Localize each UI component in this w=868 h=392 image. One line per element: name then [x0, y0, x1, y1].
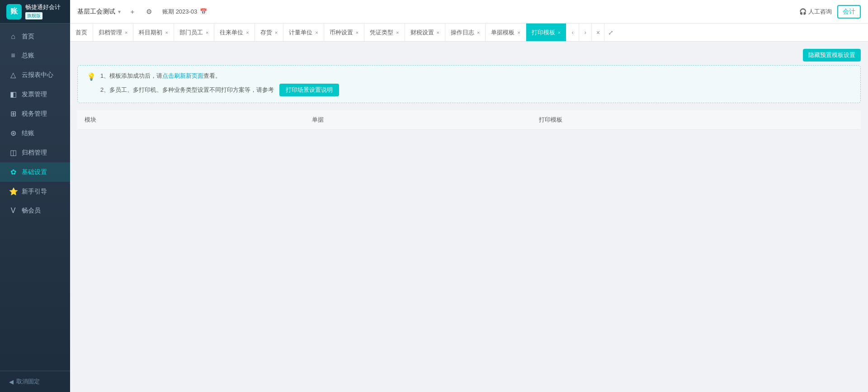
notice-row-2: 💡 2、多员工、多打印机、多种业务类型设置不同打印方案等，请参考 打印场景设置说…	[87, 84, 851, 96]
tab-tax-settings-label: 财税设置	[410, 28, 434, 37]
sidebar-item-invoice[interactable]: ◧ 发票管理	[0, 85, 70, 104]
ledger-icon: ≡	[9, 52, 17, 60]
period-display: 账期 2023-03 📅	[162, 8, 207, 16]
table-header: 模块 单据 打印模板	[77, 110, 861, 130]
tab-inventory-close[interactable]: ×	[275, 30, 278, 35]
unpin-button[interactable]: ◀ 取消固定	[0, 371, 70, 392]
topbar: 基层工会测试 ▾ + ⚙ 账期 2023-03 📅 🎧 人工咨询 会计	[70, 0, 868, 24]
col-voucher: 单据	[305, 110, 532, 130]
topbar-right: 🎧 人工咨询 会计	[799, 5, 861, 19]
notice-refresh-link[interactable]: 点击刷新新页面	[162, 72, 203, 79]
main-content: 隐藏预置模板设置 💡 1、模板添加成功后，请点击刷新新页面查看。 💡 2、多员工…	[70, 42, 868, 392]
tab-op-log-label: 操作日志	[451, 28, 474, 37]
template-table: 模块 单据 打印模板	[77, 110, 861, 130]
sidebar-label-invoice: 发票管理	[22, 90, 47, 99]
notice-line1-prefix: 1、模板添加成功后，请	[100, 72, 162, 79]
hide-btn-row: 隐藏预置模板设置	[77, 49, 861, 65]
guide-icon: ⭐	[9, 187, 17, 196]
tab-op-log-close[interactable]: ×	[477, 30, 480, 35]
tab-subjects-label: 科目期初	[139, 28, 162, 37]
tab-archive-mgmt-close[interactable]: ×	[125, 30, 127, 35]
sidebar-item-vip[interactable]: V 畅会员	[0, 201, 70, 220]
hide-template-button[interactable]: 隐藏预置模板设置	[803, 49, 861, 61]
sidebar-nav: ⌂ 首页 ≡ 总账 △ 云报表中心 ◧ 发票管理 ⊞ 税务管理 ⊛ 结账 ◫ 归…	[0, 24, 70, 371]
tab-units-close[interactable]: ×	[315, 30, 318, 35]
tab-home[interactable]: 首页	[70, 24, 93, 42]
tab-voucher-type[interactable]: 凭证类型 ×	[364, 24, 405, 42]
tab-subjects[interactable]: 科目期初 ×	[133, 24, 174, 42]
kuaiji-button[interactable]: 会计	[837, 5, 861, 19]
sidebar-item-settings[interactable]: ✿ 基础设置	[0, 162, 70, 182]
tab-counterparts[interactable]: 往来单位 ×	[214, 24, 255, 42]
tab-print-template-close[interactable]: ×	[558, 30, 561, 35]
tax-icon: ⊞	[9, 109, 17, 118]
tab-departments-close[interactable]: ×	[206, 30, 208, 35]
sidebar-label-reports: 云报表中心	[22, 71, 53, 79]
tabs-prev-button[interactable]: ‹	[566, 24, 579, 42]
invoice-icon: ◧	[9, 90, 17, 99]
human-service-button[interactable]: 🎧 人工咨询	[799, 8, 832, 16]
tabs-close-all-button[interactable]: ×	[592, 24, 604, 42]
sidebar-item-tax[interactable]: ⊞ 税务管理	[0, 104, 70, 123]
tab-print-template-label: 打印模板	[532, 28, 555, 37]
sidebar-item-ledger[interactable]: ≡ 总账	[0, 46, 70, 65]
home-icon: ⌂	[9, 33, 17, 41]
table-container: 模块 单据 打印模板	[77, 110, 861, 130]
tab-inventory-label: 存货	[260, 28, 272, 37]
period-value: 2023-03	[176, 8, 198, 15]
sidebar-item-guide[interactable]: ⭐ 新手引导	[0, 182, 70, 201]
tab-archive-mgmt[interactable]: 归档管理 ×	[93, 24, 133, 42]
company-dropdown-icon: ▾	[118, 9, 121, 15]
sidebar-item-reports[interactable]: △ 云报表中心	[0, 65, 70, 85]
notice-box: 💡 1、模板添加成功后，请点击刷新新页面查看。 💡 2、多员工、多打印机、多种业…	[77, 65, 861, 103]
tabs-bar: 首页 归档管理 × 科目期初 × 部门员工 × 往来单位 × 存货 × 计量单位…	[70, 24, 868, 42]
tab-archive-mgmt-label: 归档管理	[99, 28, 122, 37]
archive-icon: ◫	[9, 148, 17, 157]
add-tab-button[interactable]: +	[126, 5, 139, 18]
company-selector[interactable]: 基层工会测试 ▾	[77, 8, 121, 16]
tab-tax-settings-close[interactable]: ×	[437, 30, 439, 35]
unpin-icon: ◀	[9, 378, 14, 385]
sidebar-label-settings: 基础设置	[22, 168, 47, 176]
tab-departments[interactable]: 部门员工 ×	[174, 24, 214, 42]
tab-tax-settings[interactable]: 财税设置 ×	[405, 24, 445, 42]
notice-line2-prefix: 2、多员工、多打印机、多种业务类型设置不同打印方案等，请参考	[100, 86, 274, 93]
tab-voucher-template-close[interactable]: ×	[517, 30, 520, 35]
tab-counterparts-close[interactable]: ×	[246, 30, 249, 35]
logo-badge: 旗舰版	[25, 12, 42, 19]
closing-icon: ⊛	[9, 129, 17, 137]
human-service-label: 人工咨询	[808, 8, 832, 16]
col-module: 模块	[77, 110, 305, 130]
reports-icon: △	[9, 71, 17, 79]
sidebar-label-home: 首页	[22, 33, 34, 41]
tab-home-label: 首页	[75, 28, 87, 37]
notice-line2: 2、多员工、多打印机、多种业务类型设置不同打印方案等，请参考 打印场景设置说明	[100, 84, 339, 96]
settings-button[interactable]: ⚙	[142, 5, 155, 18]
sidebar-logo: 账 畅捷通好会计 旗舰版	[0, 0, 70, 24]
tab-currency[interactable]: 币种设置 ×	[324, 24, 364, 42]
sidebar-label-guide: 新手引导	[22, 188, 47, 196]
tab-departments-label: 部门员工	[179, 28, 203, 37]
sidebar-item-closing[interactable]: ⊛ 结账	[0, 123, 70, 143]
tab-subjects-close[interactable]: ×	[165, 30, 168, 35]
headset-icon: 🎧	[799, 8, 807, 15]
logo-text-block: 畅捷通好会计 旗舰版	[25, 4, 61, 19]
tab-voucher-template[interactable]: 单据模板 ×	[486, 24, 526, 42]
tab-currency-close[interactable]: ×	[356, 30, 359, 35]
sidebar-item-archive[interactable]: ◫ 归档管理	[0, 143, 70, 162]
notice-line1-suffix: 查看。	[203, 72, 221, 79]
tab-op-log[interactable]: 操作日志 ×	[445, 24, 486, 42]
unpin-label: 取消固定	[16, 378, 40, 386]
tab-voucher-type-close[interactable]: ×	[396, 30, 399, 35]
tab-counterparts-label: 往来单位	[220, 28, 243, 37]
tab-print-template[interactable]: 打印模板 ×	[526, 24, 566, 42]
tab-units[interactable]: 计量单位 ×	[283, 24, 324, 42]
calendar-icon[interactable]: 📅	[200, 8, 207, 15]
table-header-row: 模块 单据 打印模板	[77, 110, 861, 130]
tabs-next-button[interactable]: ›	[579, 24, 592, 42]
sidebar-item-home[interactable]: ⌂ 首页	[0, 27, 70, 46]
logo-name: 畅捷通好会计	[25, 4, 61, 11]
tab-inventory[interactable]: 存货 ×	[255, 24, 283, 42]
print-scene-guide-button[interactable]: 打印场景设置说明	[279, 84, 339, 96]
tabs-expand-button[interactable]: ⤢	[604, 24, 617, 42]
